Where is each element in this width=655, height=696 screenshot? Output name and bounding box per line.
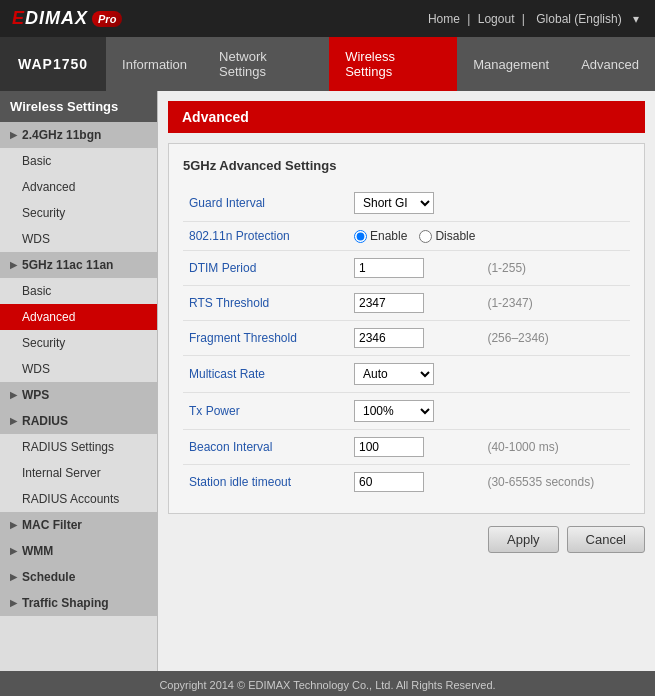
sidebar-item-5-wds[interactable]: WDS (0, 356, 157, 382)
home-link[interactable]: Home (428, 12, 460, 26)
multicast-select[interactable]: Auto 6 9 12 (354, 363, 434, 385)
sidebar-item-24-security[interactable]: Security (0, 200, 157, 226)
nav-management[interactable]: Management (457, 37, 565, 91)
content-header: Advanced (168, 101, 645, 133)
guard-interval-hint (481, 185, 630, 222)
protection-enable-label[interactable]: Enable (354, 229, 407, 243)
table-row: Guard Interval Short GI Long GI (183, 185, 630, 222)
label-txpower: Tx Power (183, 393, 348, 430)
protection-disable-label[interactable]: Disable (419, 229, 475, 243)
table-row: Station idle timeout (30-65535 seconds) (183, 465, 630, 500)
sidebar-title: Wireless Settings (0, 91, 157, 122)
label-station-idle: Station idle timeout (183, 465, 348, 500)
navbar-brand: WAP1750 (0, 37, 106, 91)
label-rts: RTS Threshold (183, 286, 348, 321)
txpower-hint (481, 393, 630, 430)
sidebar: Wireless Settings 2.4GHz 11bgn Basic Adv… (0, 91, 158, 671)
header-links: Home | Logout | Global (English) ▾ (428, 12, 643, 26)
sidebar-item-5-basic[interactable]: Basic (0, 278, 157, 304)
txpower-select[interactable]: 100% 75% 50% 25% (354, 400, 434, 422)
label-dtim: DTIM Period (183, 251, 348, 286)
sidebar-item-5-advanced[interactable]: Advanced (0, 304, 157, 330)
dtim-input[interactable] (354, 258, 424, 278)
section-title: 5GHz Advanced Settings (183, 158, 630, 173)
logo-e: E (12, 8, 25, 28)
nav-network-settings[interactable]: Network Settings (203, 37, 329, 91)
rts-hint: (1-2347) (481, 286, 630, 321)
sidebar-section-schedule[interactable]: Schedule (0, 564, 157, 590)
table-row: Fragment Threshold (256–2346) (183, 321, 630, 356)
nav-information[interactable]: Information (106, 37, 203, 91)
protection-enable-radio[interactable] (354, 230, 367, 243)
sidebar-item-radius-accounts[interactable]: RADIUS Accounts (0, 486, 157, 512)
protection-radio-group: Enable Disable (354, 229, 475, 243)
rts-input[interactable] (354, 293, 424, 313)
sidebar-section-radius[interactable]: RADIUS (0, 408, 157, 434)
footer-text: Copyright 2014 © EDIMAX Technology Co., … (159, 679, 495, 691)
table-row: Tx Power 100% 75% 50% 25% (183, 393, 630, 430)
logo-text: EDIMAX (12, 8, 88, 29)
protection-hint (481, 222, 630, 251)
section-box: 5GHz Advanced Settings Guard Interval Sh… (168, 143, 645, 514)
sidebar-section-mac-filter[interactable]: MAC Filter (0, 512, 157, 538)
table-row: 802.11n Protection Enable Disable (183, 222, 630, 251)
logout-link[interactable]: Logout (478, 12, 515, 26)
table-row: RTS Threshold (1-2347) (183, 286, 630, 321)
label-multicast: Multicast Rate (183, 356, 348, 393)
logo-pro: Pro (92, 11, 122, 27)
table-row: Multicast Rate Auto 6 9 12 (183, 356, 630, 393)
content-area: Advanced 5GHz Advanced Settings Guard In… (158, 91, 655, 671)
sidebar-item-internal-server[interactable]: Internal Server (0, 460, 157, 486)
multicast-hint (481, 356, 630, 393)
label-protection: 802.11n Protection (183, 222, 348, 251)
table-row: DTIM Period (1-255) (183, 251, 630, 286)
guard-interval-select[interactable]: Short GI Long GI (354, 192, 434, 214)
navbar-items: Information Network Settings Wireless Se… (106, 37, 655, 91)
sidebar-section-wps[interactable]: WPS (0, 382, 157, 408)
sidebar-item-radius-settings[interactable]: RADIUS Settings (0, 434, 157, 460)
station-idle-input[interactable] (354, 472, 424, 492)
navbar: WAP1750 Information Network Settings Wir… (0, 37, 655, 91)
beacon-hint: (40-1000 ms) (481, 430, 630, 465)
sidebar-section-wmm[interactable]: WMM (0, 538, 157, 564)
sidebar-section-traffic-shaping[interactable]: Traffic Shaping (0, 590, 157, 616)
station-idle-hint: (30-65535 seconds) (481, 465, 630, 500)
sidebar-section-5ghz[interactable]: 5GHz 11ac 11an (0, 252, 157, 278)
header: EDIMAX Pro Home | Logout | Global (Engli… (0, 0, 655, 37)
apply-button[interactable]: Apply (488, 526, 559, 553)
sidebar-item-24-advanced[interactable]: Advanced (0, 174, 157, 200)
sidebar-item-24-wds[interactable]: WDS (0, 226, 157, 252)
fragment-hint: (256–2346) (481, 321, 630, 356)
footer: Copyright 2014 © EDIMAX Technology Co., … (0, 671, 655, 696)
dtim-hint: (1-255) (481, 251, 630, 286)
settings-table: Guard Interval Short GI Long GI 802.11n … (183, 185, 630, 499)
label-guard-interval: Guard Interval (183, 185, 348, 222)
button-row: Apply Cancel (168, 526, 645, 553)
logo: EDIMAX Pro (12, 8, 122, 29)
beacon-input[interactable] (354, 437, 424, 457)
sidebar-section-24ghz[interactable]: 2.4GHz 11bgn (0, 122, 157, 148)
label-beacon: Beacon Interval (183, 430, 348, 465)
nav-wireless-settings[interactable]: Wireless Settings (329, 37, 457, 91)
sidebar-item-5-security[interactable]: Security (0, 330, 157, 356)
sidebar-item-24-basic[interactable]: Basic (0, 148, 157, 174)
fragment-input[interactable] (354, 328, 424, 348)
main-layout: Wireless Settings 2.4GHz 11bgn Basic Adv… (0, 91, 655, 671)
cancel-button[interactable]: Cancel (567, 526, 645, 553)
language-selector[interactable]: Global (English) (536, 12, 621, 26)
nav-advanced[interactable]: Advanced (565, 37, 655, 91)
table-row: Beacon Interval (40-1000 ms) (183, 430, 630, 465)
language-chevron-icon: ▾ (633, 12, 639, 26)
label-fragment: Fragment Threshold (183, 321, 348, 356)
protection-disable-radio[interactable] (419, 230, 432, 243)
